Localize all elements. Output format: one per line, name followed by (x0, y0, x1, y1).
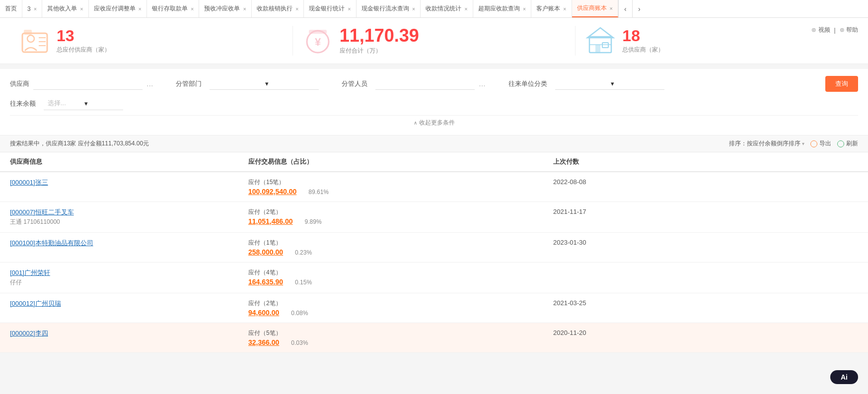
nav-cash-bank-stat[interactable]: 现金银行统计 × (304, 0, 356, 17)
table-row: [001]广州荣轩 仔仔 应付（4笔） 164,635.90 0.15% (0, 263, 868, 293)
filter-balance: 往来余额 选择... ▾ (10, 97, 123, 110)
help-link[interactable]: ⊙ 帮助 (840, 26, 858, 34)
store-icon (585, 26, 615, 56)
nav-receipt-verify[interactable]: 收款核销执行 × (252, 0, 304, 17)
category-label: 往来单位分类 (508, 79, 547, 88)
table-row: [000007]恒旺二手叉车 王通 17106110000 应付（2笔） 11,… (0, 202, 868, 233)
supplier-name-link[interactable]: [000012]广州贝瑞 (10, 299, 248, 308)
last-payment-date: 2020-11-20 (553, 329, 586, 336)
table-row: [000012]广州贝瑞 应付（2笔） 94,600.00 0.08% 2021… (0, 293, 868, 323)
supplier-info-cell: [000012]广州贝瑞 (10, 299, 248, 308)
video-link[interactable]: ⊙ 视频 (811, 26, 830, 34)
transaction-amount[interactable]: 32,366.00 (248, 338, 279, 346)
category-select[interactable]: ▾ (555, 78, 664, 90)
transaction-amount[interactable]: 164,635.90 (248, 278, 283, 286)
nav-other-income[interactable]: 其他收入单 × (42, 0, 88, 17)
table-row: [000001]张三 应付（15笔） 100,092,540.00 89.61%… (0, 172, 868, 202)
summary-section: 13 总应付供应商（家） ¥ 11,170.39 应付合计（万） (0, 18, 868, 64)
transaction-info-cell: 应付（1笔） 258,000.00 0.23% (248, 239, 553, 256)
nav-next-arrow[interactable]: › (632, 0, 646, 18)
last-payment-cell: 2020-11-20 (553, 329, 858, 336)
nav-receipt-stat[interactable]: 收款情况统计 × (421, 0, 473, 17)
navbar: 首页 3 × 其他收入单 × 应收应付调整单 × 银行存取款单 × 预收冲应收单… (0, 0, 868, 18)
filter-section: 供应商 ... 分管部门 ▾ 分管人员 ... 往来单位分类 ▾ 查询 (0, 69, 868, 135)
balance-label: 往来余额 (10, 99, 36, 108)
transaction-label: 应付（15笔） (248, 178, 553, 187)
close-icon[interactable]: × (464, 6, 467, 12)
close-icon[interactable]: × (412, 6, 415, 12)
balance-placeholder: 选择... (48, 99, 82, 108)
svg-rect-12 (602, 43, 608, 48)
supplier-info-cell: [000001]张三 (10, 178, 248, 187)
supplier-name-link[interactable]: [001]广州荣轩 (10, 268, 248, 277)
close-icon[interactable]: × (348, 6, 351, 12)
supplier-table: 供应商信息 应付交易信息（占比） 上次付数 [000001]张三 应付（15笔）… (0, 152, 868, 353)
link-separator: | (834, 27, 836, 34)
collapse-button[interactable]: ∧ 收起更多条件 (10, 115, 858, 130)
nav-bank-deposit[interactable]: 银行存取款单 × (147, 0, 199, 17)
close-icon[interactable]: × (295, 6, 298, 12)
transaction-label: 应付（5笔） (248, 329, 553, 337)
close-icon[interactable]: × (34, 6, 37, 12)
summary-card-payable-amount: ¥ 11,170.39 应付合计（万） (292, 26, 576, 56)
transaction-amount[interactable]: 100,092,540.00 (248, 188, 296, 196)
close-icon[interactable]: × (243, 6, 246, 12)
close-icon[interactable]: × (563, 6, 566, 12)
payable-suppliers-number: 13 (57, 28, 110, 44)
results-bar: 搜索结果中，供应商13家 应付金额111,703,854.00元 排序：按应付余… (0, 135, 868, 152)
svg-rect-11 (595, 45, 600, 53)
nav-cash-flow[interactable]: 现金银行流水查询 × (357, 0, 421, 17)
query-button[interactable]: 查询 (825, 76, 858, 92)
nav-overdue-ar[interactable]: 超期应收款查询 × (473, 0, 531, 17)
filter-row-2: 往来余额 选择... ▾ (10, 97, 858, 110)
transaction-info-cell: 应付（2笔） 11,051,486.00 9.89% (248, 208, 553, 225)
nav-supplier-book[interactable]: 供应商账本 × (572, 0, 618, 17)
close-icon[interactable]: × (191, 6, 194, 12)
export-button[interactable]: 导出 (810, 139, 831, 148)
nav-prev-arrow[interactable]: ‹ (618, 0, 632, 18)
transaction-amount[interactable]: 11,051,486.00 (248, 217, 293, 225)
supplier-name-link[interactable]: [000002]李四 (10, 329, 248, 338)
supplier-name-link[interactable]: [000007]恒旺二手叉车 (10, 208, 248, 217)
close-icon[interactable]: × (80, 6, 83, 12)
table-row: [000100]本特勤油品有限公司 应付（1笔） 258,000.00 0.23… (0, 233, 868, 263)
transaction-pct: 0.08% (291, 310, 308, 317)
supplier-dots-btn[interactable]: ... (146, 79, 153, 88)
total-suppliers-label: 总供应商（家） (622, 46, 664, 54)
nav-tab3[interactable]: 3 × (22, 0, 42, 17)
summary-card-payable-suppliers: 13 总应付供应商（家） (10, 26, 292, 56)
nav-prepayment[interactable]: 预收冲应收单 × (199, 0, 251, 17)
person-dots-btn[interactable]: ... (479, 79, 485, 88)
nav-ar-ap-adjust[interactable]: 应收应付调整单 × (89, 0, 147, 17)
filter-dept: 分管部门 ▾ (176, 78, 319, 90)
category-dropdown-arrow: ▾ (611, 80, 660, 87)
last-payment-cell: 2023-01-30 (553, 239, 858, 246)
close-icon[interactable]: × (610, 5, 613, 11)
results-text: 搜索结果中，供应商13家 应付金额111,703,854.00元 (10, 139, 149, 148)
supplier-name-link[interactable]: [000100]本特勤油品有限公司 (10, 239, 248, 248)
balance-select[interactable]: 选择... ▾ (44, 97, 123, 110)
supplier-info-cell: [001]广州荣轩 仔仔 (10, 268, 248, 287)
supplier-info-cell: [000007]恒旺二手叉车 王通 17106110000 (10, 208, 248, 226)
person-input[interactable] (375, 78, 475, 90)
transaction-info-cell: 应付（15笔） 100,092,540.00 89.61% (248, 178, 553, 196)
dept-select[interactable]: ▾ (210, 78, 319, 90)
supplier-name-link[interactable]: [000001]张三 (10, 178, 248, 187)
results-controls: 排序：按应付余额倒序排序 ▾ 导出 刷新 (729, 139, 858, 148)
sort-button[interactable]: 排序：按应付余额倒序排序 ▾ (729, 139, 804, 148)
supplier-contact: 仔仔 (10, 278, 248, 287)
nav-home[interactable]: 首页 (0, 0, 22, 17)
transaction-label: 应付（2笔） (248, 299, 553, 308)
transaction-amount[interactable]: 94,600.00 (248, 309, 279, 317)
refresh-button[interactable]: 刷新 (837, 139, 858, 148)
total-suppliers-number: 18 (622, 28, 664, 44)
transaction-pct: 0.03% (291, 339, 308, 346)
svg-text:¥: ¥ (315, 36, 321, 48)
supplier-input[interactable] (33, 78, 143, 90)
supplier-contact: 王通 17106110000 (10, 218, 248, 226)
nav-customer-book[interactable]: 客户账本 × (531, 0, 572, 17)
transaction-amount[interactable]: 258,000.00 (248, 248, 283, 256)
close-icon[interactable]: × (139, 6, 142, 12)
close-icon[interactable]: × (523, 6, 526, 12)
top-right-links: ⊙ 视频 | ⊙ 帮助 (811, 26, 858, 34)
